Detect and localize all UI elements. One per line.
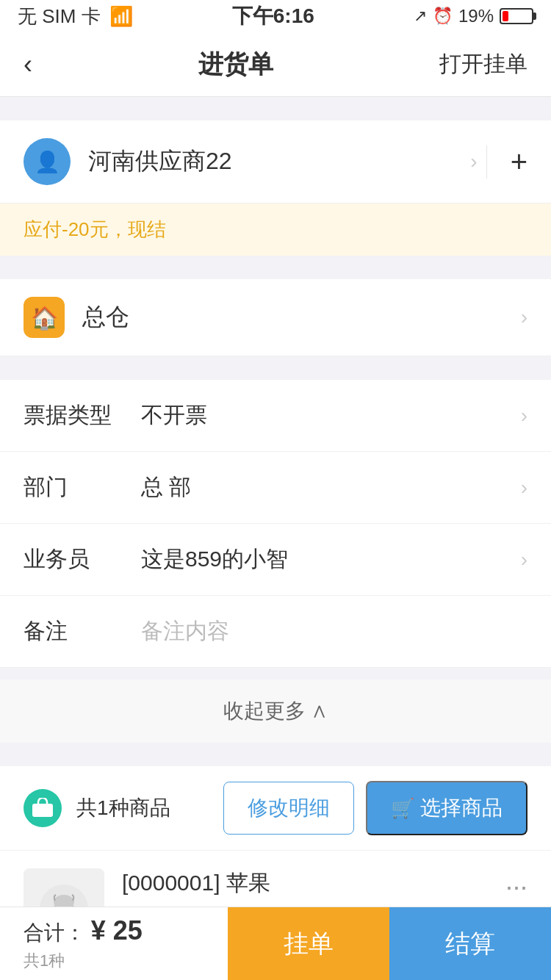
- carrier-text: 无 SIM 卡: [18, 4, 101, 29]
- ticket-type-value: 不开票: [126, 400, 512, 430]
- notice-text: 应付-20元，现结: [24, 218, 166, 240]
- remark-placeholder: 备注内容: [126, 616, 527, 646]
- salesman-label: 业务员: [24, 544, 126, 574]
- chevron-icon: ›: [521, 476, 527, 500]
- page-title: 进货单: [198, 48, 273, 82]
- back-button[interactable]: ‹: [24, 49, 32, 80]
- person-icon: 👤: [35, 150, 60, 174]
- department-value: 总 部: [126, 472, 512, 502]
- department-row[interactable]: 部门 总 部 ›: [0, 452, 551, 524]
- remark-label: 备注: [24, 616, 126, 646]
- product-header: 共1种商品 修改明细 🛒 选择商品: [0, 766, 551, 851]
- status-bar: 无 SIM 卡 📶 下午6:16 ↗ ⏰ 19%: [0, 0, 551, 32]
- chevron-icon: ›: [521, 404, 527, 428]
- supplier-section: 👤 河南供应商22 › + 应付-20元，现结: [0, 120, 551, 256]
- footer-total: 合计： ¥ 25 共1种: [0, 907, 228, 980]
- more-options-button[interactable]: ···: [505, 871, 527, 902]
- battery-icon: [500, 8, 533, 24]
- warehouse-section: 🏠 总仓 ›: [0, 279, 551, 356]
- status-right: ↗ ⏰ 19%: [414, 6, 533, 26]
- chevron-icon: ›: [521, 548, 527, 572]
- suspend-button[interactable]: 挂单: [228, 907, 389, 980]
- status-time: 下午6:16: [232, 2, 314, 30]
- notice-bar: 应付-20元，现结: [0, 203, 551, 256]
- chevron-icon: ›: [521, 306, 527, 329]
- product-code: [0000001] 苹果: [122, 871, 270, 895]
- salesman-row[interactable]: 业务员 这是859的小智 ›: [0, 524, 551, 596]
- collapse-row[interactable]: 收起更多 ∧: [0, 680, 551, 743]
- footer: 合计： ¥ 25 共1种 挂单 结算: [0, 907, 551, 980]
- select-product-button[interactable]: 🛒 选择商品: [366, 781, 527, 835]
- edit-detail-button[interactable]: 修改明细: [223, 782, 354, 835]
- location-icon: ↗: [414, 7, 427, 26]
- nav-bar: ‹ 进货单 打开挂单: [0, 32, 551, 97]
- warehouse-name: 总仓: [82, 301, 512, 334]
- footer-total-line1: 合计： ¥ 25: [24, 915, 204, 947]
- warehouse-row[interactable]: 🏠 总仓 ›: [0, 279, 551, 356]
- warehouse-icon: 🏠: [24, 297, 65, 338]
- wifi-icon: 📶: [109, 5, 133, 28]
- suspend-label: 挂单: [284, 927, 334, 961]
- checkout-button[interactable]: 结算: [389, 907, 551, 980]
- svg-rect-0: [32, 804, 53, 817]
- chevron-icon: ›: [470, 150, 477, 173]
- total-amount: ¥ 25: [91, 915, 143, 945]
- remark-row[interactable]: 备注 备注内容: [0, 596, 551, 668]
- supplier-name: 河南供应商22: [88, 145, 461, 178]
- cart-icon: 🛒: [391, 797, 414, 820]
- ticket-type-label: 票据类型: [24, 400, 126, 430]
- open-pending-button[interactable]: 打开挂单: [439, 49, 527, 79]
- add-supplier-button[interactable]: +: [486, 145, 527, 179]
- home-icon: 🏠: [31, 305, 58, 331]
- footer-count-label: 共1种: [24, 950, 204, 972]
- department-label: 部门: [24, 472, 126, 502]
- product-name: [0000001] 苹果: [122, 868, 505, 898]
- status-left: 无 SIM 卡 📶: [18, 4, 133, 29]
- collapse-label: 收起更多 ∧: [223, 699, 328, 722]
- form-section: 票据类型 不开票 › 部门 总 部 › 业务员 这是859的小智 › 备注 备注…: [0, 380, 551, 668]
- alarm-icon: ⏰: [433, 7, 453, 26]
- checkout-label: 结算: [445, 927, 495, 961]
- ticket-type-row[interactable]: 票据类型 不开票 ›: [0, 380, 551, 452]
- product-count-icon: [24, 789, 62, 827]
- product-count-text: 共1种商品: [76, 794, 223, 822]
- salesman-value: 这是859的小智: [126, 544, 512, 574]
- total-label: 合计：: [24, 921, 85, 944]
- battery-percent: 19%: [458, 6, 494, 26]
- supplier-avatar: 👤: [24, 138, 71, 185]
- supplier-row[interactable]: 👤 河南供应商22 › +: [0, 120, 551, 203]
